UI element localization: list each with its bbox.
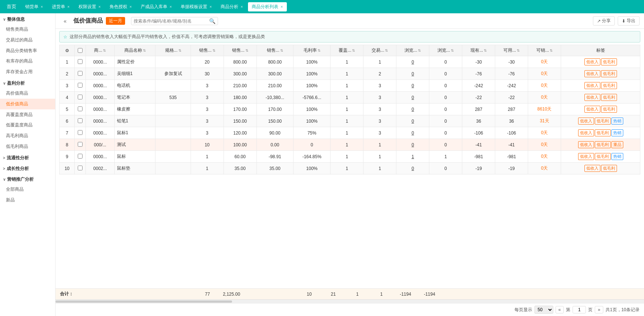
row-checkbox[interactable] [78,154,83,159]
row-checkbox[interactable] [78,118,83,123]
next-page-button[interactable]: » [595,306,603,313]
sidebar-item-all-goods[interactable]: 全部商品 [0,184,55,195]
sort-trade-icon[interactable]: ⇅ [385,48,388,52]
nav-permissions[interactable]: 权限设置 × [75,2,104,11]
sort-sale-amt-icon[interactable]: ⇅ [245,48,248,52]
footer-browse2: 1 [369,292,393,297]
row-browse1[interactable]: 1 [396,151,429,163]
row-checkbox-cell [75,103,86,115]
nav-role-auth[interactable]: 角色授权 × [106,2,135,11]
browse1-link[interactable]: 1 [412,154,414,159]
browse1-link[interactable]: 0 [412,60,414,65]
table-wrapper[interactable]: ⚙ 商...⇅ 商品名称⇅ 规格...⇅ 销售...⇅ 销售...⇅ 销售...… [56,45,644,288]
row-browse1[interactable]: 0 [396,92,429,103]
sort-sellable-icon[interactable]: ⇅ [550,48,553,52]
row-browse1[interactable]: 0 [396,139,429,151]
row-checkbox[interactable] [78,142,83,147]
sidebar-group-overall[interactable]: ∨ 整体信息 [0,13,55,24]
sort-coverage-icon[interactable]: ⇅ [352,48,355,52]
first-page-button[interactable]: « [556,306,564,313]
sort-current-icon[interactable]: ⇅ [484,48,487,52]
search-icon[interactable]: 🔍 [209,18,215,24]
browse1-link[interactable]: 0 [412,107,414,112]
select-all-checkbox[interactable] [78,48,83,53]
browse1-link[interactable]: 0 [412,83,414,88]
sidebar-item-inventory-capital[interactable]: 库存资金占用 [0,67,55,77]
sidebar-item-low-margin[interactable]: 低毛利商品 [0,141,55,152]
sort-margin-icon[interactable]: ⇅ [318,48,321,52]
row-code: 0002... [86,163,115,174]
sort-browse1-icon[interactable]: ⇅ [418,48,421,52]
search-input[interactable] [134,18,208,24]
sidebar-group-growth[interactable]: > 成长性分析 [0,163,55,173]
nav-product-inbound[interactable]: 产成品入库单 × [137,2,175,11]
sidebar-item-stocked-goods[interactable]: 有库存的商品 [0,56,55,67]
sidebar-item-new-goods[interactable]: 新品 [0,195,55,205]
sidebar-item-low-value[interactable]: 低价值商品 [0,99,55,109]
nav-template[interactable]: 单据模板设置 × [177,2,215,11]
col-current: 现有...⇅ [462,45,495,56]
horizontal-scrollbar[interactable] [56,299,644,303]
sidebar-item-category-sales-rate[interactable]: 商品分类销售率 [0,45,55,56]
browse1-link[interactable]: 0 [412,142,414,147]
export-button[interactable]: ⬇ 导出 [618,16,640,26]
sort-sale-price-icon[interactable]: ⇅ [280,48,283,52]
browse1-link[interactable]: 0 [412,95,414,100]
row-browse1[interactable]: 0 [396,56,429,68]
row-browse1[interactable]: 0 [396,127,429,139]
sidebar-item-high-value[interactable]: 高价值商品 [0,88,55,99]
nav-home[interactable]: 首页 [3,2,20,11]
sidebar-group-profit[interactable]: ∨ 盈利分析 [0,77,55,88]
col-tags: 标签 [561,45,640,56]
row-sale-price: 0.00 [256,139,293,151]
row-sale-qty: 3 [191,80,224,92]
col-checkbox[interactable] [75,45,86,56]
page-number-input[interactable] [573,306,586,313]
table-row: 40000...笔记本5353180.00-10,380...-5766.6..… [60,92,640,103]
sort-name-icon[interactable]: ⇅ [143,48,146,52]
collapse-sidebar-button[interactable]: « [60,17,70,25]
row-browse1[interactable]: 0 [396,163,429,174]
row-browse1[interactable]: 0 [396,103,429,115]
nav-product-analysis[interactable]: 商品分析 × [217,2,246,11]
col-name: 商品名称⇅ [114,45,155,56]
sort-code-icon[interactable]: ⇅ [103,48,106,52]
nav-purchase[interactable]: 进货单 × [48,2,73,11]
row-checkbox[interactable] [78,59,83,64]
row-checkbox[interactable] [78,166,83,170]
row-checkbox[interactable] [78,95,83,99]
sidebar-item-high-margin[interactable]: 高毛利商品 [0,130,55,141]
browse1-link[interactable]: 0 [412,71,414,77]
row-checkbox[interactable] [78,83,83,88]
sidebar-group-marketing[interactable]: ∨ 营销推广分析 [0,173,55,184]
sidebar-item-high-coverage[interactable]: 高覆盖度商品 [0,109,55,120]
filter-period-button[interactable]: 近一月 [106,17,125,25]
row-browse1[interactable]: 0 [396,68,429,80]
sort-spec-icon[interactable]: ⇅ [178,48,181,52]
row-browse2: 0 [429,115,462,127]
row-checkbox-cell [75,56,86,68]
row-checkbox[interactable] [78,130,83,135]
browse1-link[interactable]: 0 [412,130,414,136]
row-checkbox[interactable] [78,106,83,111]
sidebar-item-low-coverage[interactable]: 低覆盖度商品 [0,120,55,130]
col-settings[interactable]: ⚙ [60,45,75,56]
sort-browse2-icon[interactable]: ⇅ [451,48,454,52]
nav-sales[interactable]: 销货单 × [21,2,47,11]
sidebar-item-sales-goods[interactable]: 销售类商品 [0,24,55,35]
scrollbar-thumb[interactable] [56,300,232,303]
browse1-link[interactable]: 0 [412,119,414,124]
row-trade: 3 [363,80,396,92]
browse1-link[interactable]: 0 [412,166,414,171]
sort-available-icon[interactable]: ⇅ [517,48,520,52]
row-code: 0000... [86,56,115,68]
nav-product-analysis-list[interactable]: 商品分析列表 × [248,2,286,11]
row-browse1[interactable]: 0 [396,115,429,127]
share-button[interactable]: ↗ 分享 [593,16,615,26]
sidebar-item-traded-goods[interactable]: 交易过的商品 [0,35,55,45]
row-browse1[interactable]: 0 [396,80,429,92]
per-page-select[interactable]: 50 20 100 [534,306,553,314]
sidebar-group-circulation[interactable]: > 流通性分析 [0,152,55,163]
row-checkbox[interactable] [78,71,83,76]
sort-sale-qty-icon[interactable]: ⇅ [212,48,215,52]
